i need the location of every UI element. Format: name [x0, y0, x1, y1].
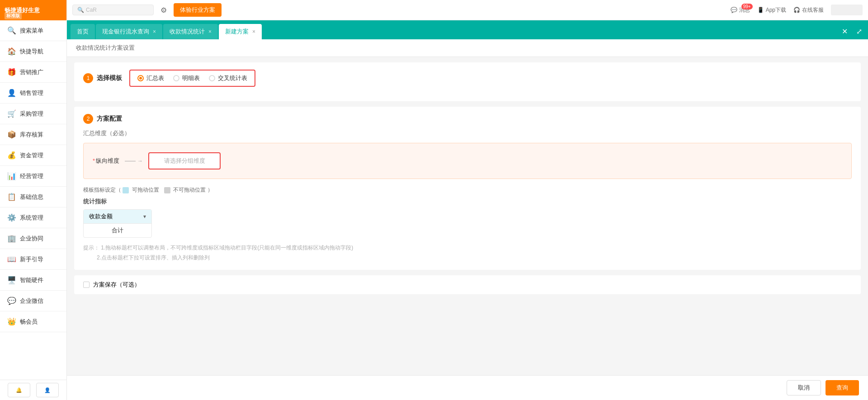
hardware-icon: 🖥️: [7, 276, 16, 285]
app-download-label: App下载: [766, 6, 786, 14]
sidebar-item-wechat[interactable]: 💬 企业微信: [0, 291, 66, 311]
radio-btn-cross[interactable]: [209, 75, 215, 81]
sidebar-item-inventory[interactable]: 📦 库存核算: [0, 124, 66, 145]
online-service-item[interactable]: 🎧 在线客服: [793, 6, 824, 14]
sidebar-item-basic[interactable]: 📋 基础信息: [0, 187, 66, 207]
step2-badge: 2: [83, 114, 93, 124]
message-icon: 💬: [731, 7, 737, 13]
app-download-item[interactable]: 📱 App下载: [757, 6, 786, 14]
chevron-down-icon[interactable]: ▾: [143, 213, 146, 220]
radio-btn-detail[interactable]: [173, 75, 179, 81]
radio-btn-summary[interactable]: [137, 75, 144, 81]
topbar-search-box: 🔍 CaR: [72, 5, 154, 15]
sidebar-label-finance: 资金管理: [20, 151, 43, 160]
indicators-section: 模板指标设定（ 可拖动位置 不可拖动位置 ） 统计指标: [83, 186, 852, 238]
step1-header: 1 选择模板 汇总表 明细表 交叉统计表: [83, 70, 852, 87]
sidebar-label-system: 系统管理: [20, 214, 43, 222]
tab-close-new-plan[interactable]: ×: [252, 28, 255, 35]
sidebar-item-operation[interactable]: 📊 经营管理: [0, 166, 66, 187]
tabbar: 首页现金银行流水查询×收款情况统计×新建方案× ✕ ⤢: [67, 20, 868, 39]
sidebar-item-sales[interactable]: 👤 销售管理: [0, 83, 66, 104]
service-icon: 🎧: [793, 7, 800, 13]
legend-draggable-box: 可拖动位置: [123, 187, 160, 193]
online-service-label: 在线客服: [802, 6, 824, 14]
app-icon: 📱: [757, 7, 764, 13]
user-avatar[interactable]: [831, 5, 863, 15]
tab-label-bank-flow: 现金银行流水查询: [102, 28, 149, 36]
sidebar-bottom-btn-1[interactable]: 🔔: [8, 383, 30, 397]
sidebar-label-enterprise: 企业协同: [20, 235, 43, 243]
page-content: 收款情况统计方案设置 1 选择模板 汇总表 明细表 交叉统计表 2 方案配置: [67, 39, 868, 375]
tab-close-receipt-stats[interactable]: ×: [208, 28, 212, 35]
sidebar-item-guide[interactable]: 📖 新手引导: [0, 249, 66, 270]
sidebar-item-quick-nav[interactable]: 🏠 快捷导航: [0, 41, 66, 62]
topbar-left: 🔍 CaR ⚙ 体验行业方案: [72, 3, 222, 17]
sidebar-bottom-btn-2[interactable]: 👤: [36, 383, 59, 397]
sidebar-label-quick-nav: 快捷导航: [20, 47, 43, 56]
tabbar-left: 首页现金银行流水查询×收款情况统计×新建方案×: [71, 24, 262, 39]
radio-option-detail[interactable]: 明细表: [173, 74, 200, 82]
sidebar-item-finance[interactable]: 💰 资金管理: [0, 145, 66, 166]
sidebar-label-sales: 销售管理: [20, 89, 43, 97]
tab-close-bank-flow[interactable]: ×: [153, 28, 156, 35]
sales-icon: 👤: [7, 89, 16, 98]
guide-icon: 📖: [7, 255, 16, 264]
radio-option-summary[interactable]: 汇总表: [137, 74, 164, 82]
indicators-settings-label: 模板指标设定（ 可拖动位置 不可拖动位置 ）: [83, 186, 213, 194]
cancel-button[interactable]: 取消: [787, 380, 821, 395]
sidebar-item-purchase[interactable]: 🛒 采购管理: [0, 104, 66, 124]
tab-new-plan[interactable]: 新建方案×: [219, 24, 262, 39]
step1-title: 选择模板: [97, 74, 122, 82]
step2-section: 2 方案配置 汇总维度（必选） 纵向维度 —— 请选择分组维度 模板指标设定（: [74, 107, 861, 270]
system-icon: ⚙️: [7, 213, 16, 222]
topbar-gear-icon[interactable]: ⚙: [157, 4, 170, 16]
sidebar-item-marketing[interactable]: 🎁 营销推广: [0, 62, 66, 83]
indicators-title: 统计指标: [83, 198, 852, 206]
dimension-select[interactable]: 请选择分组维度: [148, 152, 221, 169]
inventory-icon: 📦: [7, 130, 16, 139]
sidebar-label-inventory: 库存核算: [20, 131, 43, 139]
expand-window-icon[interactable]: ⤢: [854, 26, 864, 37]
sidebar-item-member[interactable]: 👑 畅会员: [0, 311, 66, 332]
topbar-search-text: CaR: [86, 7, 97, 13]
sidebar-label-hardware: 智能硬件: [20, 276, 43, 284]
quick-nav-icon: 🏠: [7, 47, 16, 56]
sidebar-label-search: 搜索菜单: [20, 27, 43, 35]
vertical-dimension-label: 纵向维度: [93, 157, 119, 165]
sidebar-label-wechat: 企业微信: [20, 297, 43, 305]
sidebar-label-marketing: 营销推广: [20, 68, 43, 76]
tip-2: 2.点击标题栏下拉可设置排序、插入列和删除列: [97, 254, 210, 261]
dimension-area: 纵向维度 —— 请选择分组维度: [83, 143, 852, 179]
tab-receipt-stats[interactable]: 收款情况统计×: [163, 24, 218, 39]
save-checkbox[interactable]: [83, 282, 90, 288]
finance-icon: 💰: [7, 151, 16, 160]
tip-1: 1.拖动标题栏可以调整布局，不可跨维度或指标区域拖动栏目字段(只能在同一维度或指…: [101, 245, 353, 251]
step1-section: 1 选择模板 汇总表 明细表 交叉统计表: [74, 62, 861, 101]
page-footer: 取消 查询: [67, 375, 868, 400]
dimension-section-label: 汇总维度（必选）: [83, 129, 852, 137]
notification-item[interactable]: 💬 消息 99+: [731, 6, 750, 14]
query-button[interactable]: 查询: [826, 380, 859, 395]
radio-label-detail: 明细表: [182, 74, 200, 82]
tab-label-receipt-stats: 收款情况统计: [170, 28, 205, 36]
topbar: 🔍 CaR ⚙ 体验行业方案 💬 消息 99+ 📱 App下载 🎧 在线客服: [67, 0, 868, 20]
indicator-col-header[interactable]: 收款金额 ▾: [84, 210, 151, 224]
operation-icon: 📊: [7, 172, 16, 181]
sidebar-label-purchase: 采购管理: [20, 110, 43, 118]
radio-option-cross[interactable]: 交叉统计表: [209, 74, 247, 82]
radio-label-cross: 交叉统计表: [218, 74, 247, 82]
tab-home[interactable]: 首页: [71, 24, 95, 39]
notification-count: 99+: [741, 4, 753, 9]
step1-badge: 1: [83, 73, 93, 83]
sidebar-item-search[interactable]: 🔍 搜索菜单: [0, 20, 66, 41]
sidebar-item-hardware[interactable]: 🖥️ 智能硬件: [0, 270, 66, 291]
tips-section: 提示： 1.拖动标题栏可以调整布局，不可跨维度或指标区域拖动栏目字段(只能在同一…: [83, 243, 852, 263]
close-window-icon[interactable]: ✕: [839, 26, 850, 37]
trial-industry-button[interactable]: 体验行业方案: [174, 3, 222, 17]
sidebar-item-system[interactable]: ⚙️ 系统管理: [0, 207, 66, 228]
tab-bank-flow[interactable]: 现金银行流水查询×: [96, 24, 162, 39]
sidebar-logo: 畅捷通好生意 标准版: [0, 0, 66, 20]
template-options-box: 汇总表 明细表 交叉统计表: [129, 70, 255, 87]
sidebar-item-enterprise[interactable]: 🏢 企业协同: [0, 228, 66, 249]
basic-icon: 📋: [7, 193, 16, 202]
